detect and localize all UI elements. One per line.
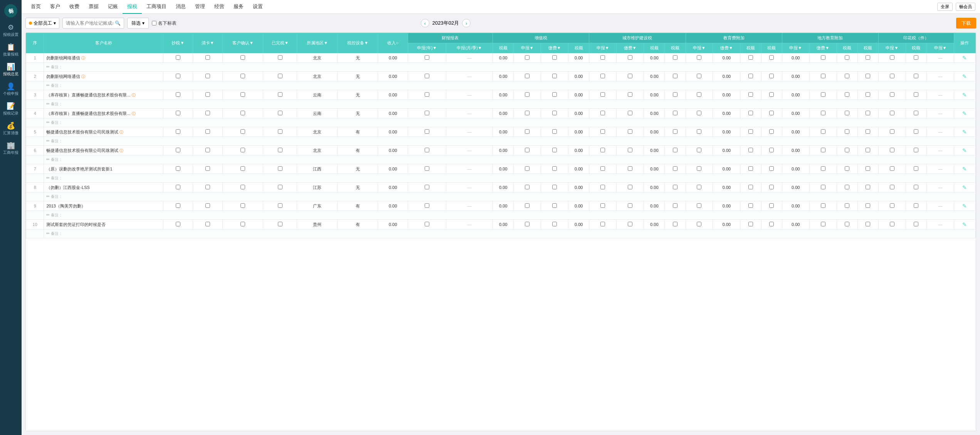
name-tag-checkbox[interactable] — [152, 21, 156, 25]
local-edu-cb2[interactable] — [866, 203, 870, 208]
vat-pay-cb[interactable] — [552, 55, 557, 60]
city-pay-cb[interactable] — [628, 203, 632, 208]
edu-cb2[interactable] — [769, 166, 774, 171]
city-cb2[interactable] — [673, 166, 677, 171]
city-declare-cb[interactable] — [600, 222, 605, 226]
local-edu-pay-cb[interactable] — [821, 185, 825, 189]
local-edu-amount-cb[interactable] — [845, 166, 849, 171]
checkbox-cell[interactable] — [205, 185, 210, 189]
nav-invoice[interactable]: 票据 — [84, 0, 103, 14]
pencil-icon[interactable]: ✏ — [46, 231, 50, 236]
vat-pay-cb[interactable] — [552, 92, 557, 97]
th-vat-pay[interactable]: 缴费▼ — [541, 43, 568, 53]
stamp-amount-cb[interactable] — [914, 222, 918, 226]
edu-cb2[interactable] — [769, 74, 774, 78]
edu-declare-cb[interactable] — [697, 185, 701, 189]
edu-cb2[interactable] — [769, 203, 774, 208]
vat-declare-cb[interactable] — [525, 222, 530, 226]
edu-amount-cb[interactable] — [748, 166, 753, 171]
vat-declare-cb[interactable] — [525, 111, 530, 115]
stamp-amount-cb[interactable] — [914, 55, 918, 60]
checkbox-cell[interactable] — [240, 92, 245, 97]
checkbox-cell[interactable] — [176, 111, 180, 115]
checkbox-cell[interactable] — [205, 74, 210, 78]
pencil-icon[interactable]: ✏ — [46, 64, 50, 69]
nav-tax[interactable]: 报税 — [123, 0, 142, 14]
stamp-amount-cb[interactable] — [914, 92, 918, 97]
checkbox-cell[interactable] — [205, 111, 210, 115]
nav-business[interactable]: 工商项目 — [142, 0, 171, 14]
checkbox-cell[interactable] — [278, 111, 282, 115]
city-declare-cb[interactable] — [600, 111, 605, 115]
stamp-declare-cb[interactable] — [890, 148, 894, 152]
stamp-amount-cb[interactable] — [914, 166, 918, 171]
pencil-icon[interactable]: ✏ — [46, 175, 50, 180]
th-local-edu-pay[interactable]: 缴费▼ — [809, 43, 837, 53]
checkbox-cell[interactable] — [205, 55, 210, 60]
fin-year-cb[interactable] — [425, 148, 429, 152]
checkbox-cell[interactable] — [240, 148, 245, 152]
stamp-amount-cb[interactable] — [914, 148, 918, 152]
pencil-icon[interactable]: ✏ — [46, 194, 50, 199]
city-declare-cb[interactable] — [600, 148, 605, 152]
stamp-declare-cb[interactable] — [890, 111, 894, 115]
edu-declare-cb[interactable] — [697, 166, 701, 171]
vat-declare-cb[interactable] — [525, 185, 530, 189]
th-city-declare[interactable]: 申报▼ — [589, 43, 617, 53]
vat-pay-cb[interactable] — [552, 74, 557, 78]
edit-icon[interactable]: ✎ — [962, 203, 967, 209]
stamp-amount-cb[interactable] — [914, 129, 918, 134]
checkbox-cell[interactable] — [278, 185, 282, 189]
checkbox-cell[interactable] — [278, 148, 282, 152]
vat-declare-cb[interactable] — [525, 148, 530, 152]
stamp-declare-cb[interactable] — [890, 222, 894, 226]
vat-pay-cb[interactable] — [552, 129, 557, 134]
checkbox-cell[interactable] — [278, 74, 282, 78]
vat-pay-cb[interactable] — [552, 185, 557, 189]
nav-settings[interactable]: 设置 — [248, 0, 267, 14]
city-cb2[interactable] — [673, 185, 677, 189]
checkbox-cell[interactable] — [205, 166, 210, 171]
edit-icon[interactable]: ✎ — [962, 110, 967, 116]
pencil-icon[interactable]: ✏ — [46, 157, 50, 162]
vat-declare-cb[interactable] — [525, 74, 530, 78]
edu-declare-cb[interactable] — [697, 148, 701, 152]
name-tag-button[interactable]: 名下标表 — [152, 20, 177, 27]
checkbox-cell[interactable] — [240, 166, 245, 171]
vat-declare-cb[interactable] — [525, 129, 530, 134]
stamp-declare-cb[interactable] — [890, 166, 894, 171]
local-edu-cb2[interactable] — [866, 222, 870, 226]
city-declare-cb[interactable] — [600, 203, 605, 208]
edu-amount-cb[interactable] — [748, 203, 753, 208]
checkbox-cell[interactable] — [176, 148, 180, 152]
checkbox-cell[interactable] — [278, 203, 282, 208]
th-vat-declare[interactable]: 申报▼ — [514, 43, 541, 53]
city-declare-cb[interactable] — [600, 92, 605, 97]
th-stamp-declare[interactable]: 申报▼ — [878, 43, 906, 53]
checkbox-cell[interactable] — [205, 92, 210, 97]
city-declare-cb[interactable] — [600, 185, 605, 189]
sidebar-item-annual-report[interactable]: 🏢 工商年报 — [0, 139, 22, 158]
edu-amount-cb[interactable] — [748, 111, 753, 115]
local-edu-cb2[interactable] — [866, 166, 870, 171]
local-edu-amount-cb[interactable] — [845, 222, 849, 226]
vat-pay-cb[interactable] — [552, 166, 557, 171]
city-cb2[interactable] — [673, 129, 677, 134]
th-local-edu-declare[interactable]: 申报▼ — [782, 43, 809, 53]
fin-year-cb[interactable] — [425, 74, 429, 78]
local-edu-pay-cb[interactable] — [821, 74, 825, 78]
checkbox-cell[interactable] — [176, 74, 180, 78]
local-edu-cb2[interactable] — [866, 111, 870, 115]
local-edu-cb2[interactable] — [866, 185, 870, 189]
city-pay-cb[interactable] — [628, 129, 632, 134]
fullscreen-button[interactable]: 全屏 — [937, 3, 953, 11]
checkbox-cell[interactable] — [278, 222, 282, 226]
fin-year-cb[interactable] — [425, 55, 429, 60]
checkbox-cell[interactable] — [278, 129, 282, 134]
fin-year-cb[interactable] — [425, 129, 429, 134]
edit-icon[interactable]: ✎ — [962, 55, 967, 61]
download-button[interactable]: 下载 — [956, 18, 976, 29]
checkbox-cell[interactable] — [205, 222, 210, 226]
checkbox-cell[interactable] — [240, 55, 245, 60]
fin-year-cb[interactable] — [425, 203, 429, 208]
